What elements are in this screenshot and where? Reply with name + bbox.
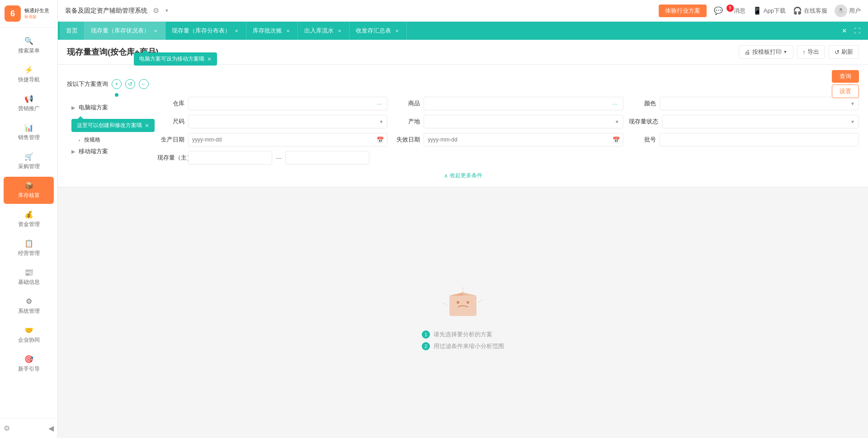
tab-recv-summary[interactable]: 收发存汇总表 ✕	[349, 22, 407, 40]
sidebar-item-label: 经营管理	[18, 250, 40, 257]
expiry-date-start[interactable]	[424, 133, 623, 146]
sidebar-item-search[interactable]: 🔍 搜索菜单	[4, 32, 54, 59]
mobile-scheme-item[interactable]: ▶ 移动端方案	[71, 147, 108, 155]
filter-label: 按以下方案查询	[67, 80, 108, 88]
product-dots[interactable]: ···	[611, 100, 619, 107]
size-label: 尺码	[157, 118, 184, 126]
refresh-btn[interactable]: ↺ 刷新	[829, 45, 859, 59]
tab-close-inventory-dist[interactable]: ✕	[233, 28, 240, 34]
system-icon: ⚙	[26, 297, 32, 306]
tab-batch-ledger[interactable]: 库存批次账 ✕	[246, 22, 298, 40]
sidebar-navigation: 🔍 搜索菜单 ⚡ 快捷导航 📢 营销推广 📊 销售管理 🛒 采购管理 📦 库存核…	[0, 28, 57, 418]
sidebar-item-system[interactable]: ⚙ 系统管理	[4, 292, 54, 320]
field-stock-status: 现存量状态 ▼	[629, 115, 859, 128]
svg-point-2	[457, 301, 459, 304]
tree-expand-icon: ▶	[71, 105, 75, 111]
sidebar-bottom: ⚙ ◀	[0, 418, 57, 438]
tab-close-recv-summary[interactable]: ✕	[394, 28, 400, 34]
sidebar-item-guide[interactable]: ⚡ 快捷导航	[4, 61, 54, 88]
manufacture-date-start[interactable]	[188, 133, 387, 146]
sidebar-item-label: 资金管理	[18, 221, 40, 228]
stock-qty-range: —	[188, 151, 369, 165]
manufacture-date-label: 生产日期	[157, 136, 184, 144]
tab-close-all-btn[interactable]: ✕	[839, 25, 850, 36]
expiry-date-field: 📅	[424, 133, 623, 146]
headset-icon: 🎧	[793, 6, 802, 15]
stock-qty-max[interactable]	[285, 151, 369, 165]
product-select[interactable]: ···	[424, 97, 623, 110]
scheme-tooltip: 电脑方案可设为移动方案哦 ✕	[134, 52, 217, 66]
color-select[interactable]: ▼	[660, 97, 859, 110]
collapse-sidebar-icon[interactable]: ◀	[48, 424, 54, 433]
message-btn[interactable]: 💬 9 消息	[714, 6, 745, 15]
message-icon: 💬	[714, 6, 723, 15]
sidebar-item-operations[interactable]: 📋 经营管理	[4, 235, 54, 262]
message-badge: 9	[726, 5, 734, 12]
print-btn[interactable]: 🖨 按模板打印 ▼	[739, 45, 793, 59]
create-tooltip-close[interactable]: ✕	[145, 122, 149, 129]
settings-icon[interactable]: ⚙	[4, 424, 10, 433]
sidebar: 6 畅通好生意 标准版 🔍 搜索菜单 ⚡ 快捷导航 📢 营销推广 📊 销售管理 …	[0, 0, 58, 438]
tab-close-batch-ledger[interactable]: ✕	[285, 28, 291, 34]
field-expiry-date: 失效日期 📅	[393, 133, 623, 146]
sidebar-item-newbie[interactable]: 🎯 新手引导	[4, 350, 54, 377]
tab-close-in-out-flow[interactable]: ✕	[336, 28, 343, 34]
sidebar-item-finance[interactable]: 💰 资金管理	[4, 206, 54, 233]
sidebar-item-marketing[interactable]: 📢 营销推广	[4, 90, 54, 117]
avatar	[835, 5, 847, 17]
stock-status-select[interactable]: ▼	[662, 115, 859, 128]
origin-arrow-icon: ▼	[615, 119, 619, 124]
batch-no-input[interactable]	[660, 133, 859, 146]
tab-in-out-flow[interactable]: 出入库流水 ✕	[298, 22, 349, 40]
sidebar-item-basic[interactable]: 📰 基础信息	[4, 264, 54, 291]
back-btn[interactable]: ←	[139, 79, 149, 89]
collapse-label: 收起更多条件	[450, 172, 482, 179]
add-scheme-btn[interactable]: +	[112, 79, 122, 89]
sidebar-item-sales[interactable]: 📊 销售管理	[4, 119, 54, 146]
step-2-text: 用过滤条件来缩小分析范围	[434, 342, 504, 350]
logo-text-group: 畅通好生意 标准版	[24, 7, 49, 20]
tab-maximize-btn[interactable]: ⛶	[852, 25, 863, 36]
size-select[interactable]: ▼	[188, 115, 387, 128]
app-download-btn[interactable]: 📱 App下载	[753, 6, 786, 15]
sidebar-item-label: 营销推广	[18, 105, 40, 113]
back-icon: ←	[141, 81, 146, 87]
warehouse-select[interactable]: ···	[188, 97, 387, 110]
color-label: 颜色	[629, 99, 656, 108]
settings-gear-icon[interactable]: ⚙	[153, 6, 159, 15]
refresh-scheme-btn[interactable]: ↺	[125, 79, 135, 89]
stock-qty-min[interactable]	[188, 151, 272, 165]
phone-icon: 📱	[753, 6, 762, 15]
tab-home[interactable]: 首页	[60, 22, 85, 40]
sidebar-item-label: 快捷导航	[18, 76, 40, 84]
online-service-label: 在线客服	[804, 7, 827, 15]
scheme-tooltip-close[interactable]: ✕	[207, 56, 212, 62]
manufacture-date-field: 📅	[188, 133, 387, 146]
field-size: 尺码 ▼	[157, 115, 387, 128]
tab-close-inventory-status[interactable]: ✕	[152, 28, 159, 34]
print-label: 按模板打印	[752, 48, 782, 56]
calendar-icon-1: 📅	[377, 137, 384, 143]
logo-icon: 6	[5, 5, 21, 22]
tab-inventory-status[interactable]: 现存量（库存状况表） ✕	[85, 22, 165, 40]
tab-inventory-dist[interactable]: 现存量（库存分布表） ✕	[165, 22, 246, 40]
svg-line-6	[479, 299, 483, 302]
online-service-btn[interactable]: 🎧 在线客服	[793, 6, 827, 15]
tree-item-specs[interactable]: • 按规格	[71, 134, 108, 146]
export-btn[interactable]: ↑ 导出	[797, 45, 826, 59]
field-product: 商品 ···	[393, 97, 623, 110]
sidebar-item-purchase[interactable]: 🛒 采购管理	[4, 148, 54, 175]
sidebar-item-inventory[interactable]: 📦 库存核算	[4, 177, 54, 204]
query-btn[interactable]: 查询	[832, 70, 859, 83]
industry-btn[interactable]: 体验行业方案	[659, 5, 707, 17]
sidebar-item-enterprise[interactable]: 🤝 企业协同	[4, 321, 54, 349]
stock-status-arrow-icon: ▼	[850, 119, 855, 124]
collapse-row[interactable]: ∧ 收起更多条件	[67, 169, 859, 181]
warehouse-dots[interactable]: ···	[375, 100, 383, 107]
create-tooltip-text: 这里可以创建和修改方案哦	[77, 122, 142, 129]
export-label: 导出	[807, 48, 819, 56]
enterprise-icon: 🤝	[24, 326, 33, 334]
reset-btn[interactable]: 设置	[832, 85, 859, 98]
user-btn[interactable]: 用户	[835, 5, 861, 17]
origin-select[interactable]: ▼	[424, 115, 623, 128]
